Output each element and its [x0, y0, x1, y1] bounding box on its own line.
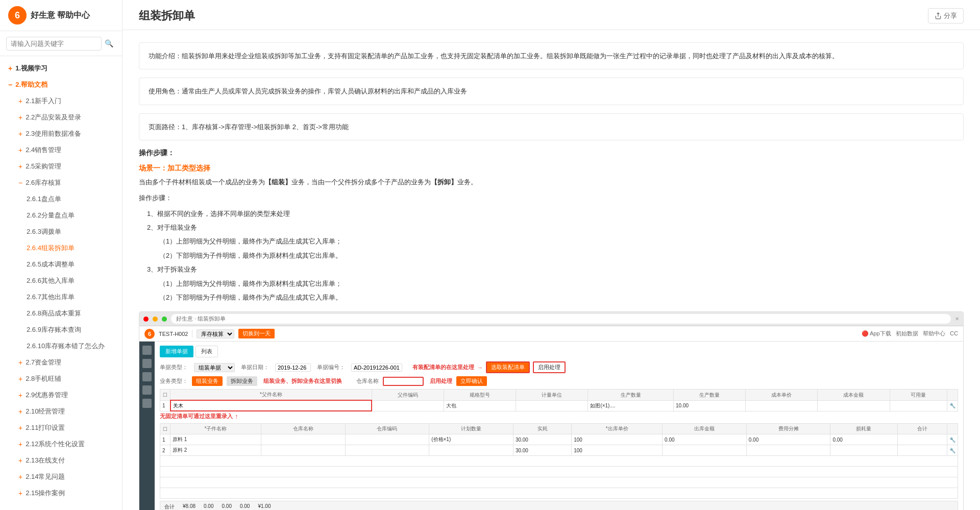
app-sidebar-icon5: [142, 399, 152, 408]
type-select[interactable]: 组装单据: [194, 363, 235, 372]
logo-text: 好生意 帮助中心: [31, 10, 90, 21]
subtype-row: 业务类型： 组装业务 拆卸业务 组装业务、拆卸业务在这里切换 仓库名称 启用处理…: [160, 376, 958, 386]
lower-col-action: [947, 424, 958, 434]
parent-name-input[interactable]: [173, 403, 370, 409]
sidebar-item-otherin[interactable]: 2.6.6其他入库单: [22, 273, 122, 289]
app-switch-btn[interactable]: 切换到一天: [238, 329, 275, 338]
sidebar: 6 好生意 帮助中心 🔍 + 1.视频学习 − 2.帮助文档 + 2.1新手入门…: [0, 0, 122, 510]
sidebar-item-stocktake[interactable]: 2.6.1盘点单: [22, 191, 122, 207]
expand-icon: +: [8, 64, 12, 72]
confirm-btn[interactable]: 立即确认: [456, 376, 487, 386]
warehouse-input[interactable]: [383, 377, 424, 386]
collapse-icon: −: [8, 81, 12, 89]
sidebar-item-assembly[interactable]: 2.6.4组装拆卸单: [22, 240, 122, 256]
date-input[interactable]: [275, 363, 311, 372]
cell-cost-price: [746, 400, 818, 411]
steps-title: 操作步骤：: [139, 192, 964, 205]
sidebar-item-costrecalc[interactable]: 2.6.8商品成本重算: [22, 305, 122, 322]
lower-table-header: ☐ *子件名称 仓库名称 仓库编码 计划数量 实耗 *出库单价 出库金额 费用分…: [160, 424, 958, 434]
lower-col-loss: 损耗量: [830, 424, 897, 434]
cell-unit: [516, 400, 588, 411]
enable-box: 启用处理: [533, 361, 566, 373]
lower-cell-wh-2: [261, 445, 345, 456]
arrow-right: →: [477, 365, 483, 371]
table-row: 1 原料 1 (价格×1) 30.00 100 0.00 0.00 0.: [160, 434, 958, 445]
search-input[interactable]: [6, 37, 102, 51]
sidebar-item-stockerr[interactable]: 2.6.10库存账本错了怎么办: [22, 338, 122, 354]
tab-list[interactable]: 列表: [195, 346, 218, 357]
lower-cell-loss-2: [830, 445, 897, 456]
col-parent-code: 父件编码: [372, 390, 444, 401]
lower-cell-share-1: 0.00: [746, 434, 830, 445]
steps-list: 1、根据不同的业务，选择不同单据的类型来处理 2、对于组装业务 （1）上部明细为…: [147, 208, 964, 304]
annot-enable2: 启用处理: [430, 377, 452, 385]
sidebar-item-inventory[interactable]: − 2.6库存核算: [14, 175, 122, 191]
app-tab-row: 新增单据 列表: [160, 346, 958, 357]
annot-no-bom-text: 无固定清单可通过这里重录入: [160, 412, 233, 420]
sidebar-item-install[interactable]: + 2.2产品安装及登录: [14, 109, 122, 126]
table-row: [160, 477, 958, 488]
sidebar-item-finance[interactable]: + 2.7资金管理: [14, 354, 122, 371]
lower-cell-outprice-2: 100: [572, 445, 663, 456]
sidebar-item-purchase[interactable]: + 2.5采购管理: [14, 158, 122, 175]
search-button[interactable]: 🔍: [102, 36, 116, 51]
disassembly-step-2: （2）下部明细为子件明细，最终作为产成品生成其它入库单。: [159, 292, 964, 303]
assembly-type-btn[interactable]: 组装业务: [192, 376, 223, 386]
sidebar-item-cases[interactable]: + 2.15操作案例: [14, 485, 122, 501]
main-content: 功能介绍：组装拆卸单用来处理企业组装或拆卸等加工业务，支持有固定装配清单的产品加…: [122, 30, 980, 510]
table-row: [160, 456, 958, 467]
lower-cell-actual-1: 30.00: [513, 434, 571, 445]
col-available: 可用量: [890, 390, 947, 401]
lower-cell-outamt-1: 0.00: [663, 434, 747, 445]
sidebar-item-coupon[interactable]: + 2.9优惠券管理: [14, 387, 122, 403]
sidebar-item-onlinepay[interactable]: + 2.13在线支付: [14, 452, 122, 469]
sidebar-item-otherout[interactable]: 2.6.7其他出库单: [22, 289, 122, 305]
scene1-title: 场景一：加工类型选择: [139, 164, 964, 173]
col-produce-qty2: 生产数量: [673, 390, 745, 401]
app-main-content: 新增单据 列表 单据类型： 组装单据 单据日期： 单据编号：: [155, 342, 963, 510]
number-input[interactable]: [351, 363, 402, 372]
tab-new[interactable]: 新增单据: [160, 346, 193, 357]
sidebar-sub-docs: + 2.1新手入门 + 2.2产品安装及登录 + 2.3使用前数据准备 + 2.…: [0, 93, 122, 501]
lower-cell-plan-1: (价格×1): [429, 434, 513, 445]
sidebar-item-costadj[interactable]: 2.6.5成本调整单: [22, 256, 122, 273]
cell-spec: 大包: [444, 400, 516, 411]
warehouse-label: 仓库名称: [356, 377, 379, 385]
sidebar-item-print[interactable]: + 2.11打印设置: [14, 420, 122, 436]
lower-col-actual: 实耗: [513, 424, 571, 434]
step-1: 1、根据不同的业务，选择不同单据的类型来处理: [147, 208, 964, 220]
sidebar-item-docs[interactable]: − 2.帮助文档: [0, 77, 122, 93]
sidebar-item-data[interactable]: + 2.3使用前数据准备: [14, 126, 122, 142]
cell-available: [890, 400, 947, 411]
sidebar-item-adjust[interactable]: 2.6.3调拨单: [22, 224, 122, 240]
select-bom-btn[interactable]: 选取装配清单: [486, 361, 530, 373]
disassembly-steps: （1）上部明细为父件明细，最终作为原材料生成其它出库单； （2）下部明细为子件明…: [159, 278, 964, 304]
sidebar-item-faq[interactable]: + 2.14常见问题: [14, 469, 122, 485]
lower-cell-action-1: 🔧: [947, 434, 958, 445]
sidebar-item-video[interactable]: + 1.视频学习: [0, 60, 122, 77]
lower-col-warehouse: 仓库名称: [261, 424, 345, 434]
sidebar-item-splitstock[interactable]: 2.6.2分量盘点单: [22, 207, 122, 224]
step-2: 2、对于组装业务: [147, 222, 964, 233]
lower-table-body: 1 原料 1 (价格×1) 30.00 100 0.00 0.00 0.: [160, 434, 958, 499]
disassembly-type-btn[interactable]: 拆卸业务: [227, 376, 257, 386]
assembly-steps: （1）上部明细为父件明细，最终作为产成品生成其它入库单； （2）下部明细为子件明…: [159, 235, 964, 261]
app-select[interactable]: 库存核算: [197, 329, 234, 338]
role-intro-block: 使用角色：通常由生产人员或库管人员完成拆装业务的操作，库管人员确认原材料的出库和…: [139, 78, 964, 105]
lower-cell-plan-2: [429, 445, 513, 456]
sidebar-item-sales[interactable]: + 2.4销售管理: [14, 142, 122, 158]
lower-col-plan-qty: 计划数量: [429, 424, 513, 434]
sidebar-item-newcomer[interactable]: + 2.1新手入门: [14, 93, 122, 109]
sidebar-item-mobile[interactable]: + 2.8手机旺辅: [14, 371, 122, 387]
table-row: [160, 488, 958, 499]
url-bar: 好生意 · 组装拆卸单: [171, 314, 951, 324]
share-button[interactable]: 分享: [928, 8, 964, 23]
sidebar-item-stockquery[interactable]: 2.6.9库存账本查询: [22, 322, 122, 338]
sidebar-item-customize[interactable]: + 2.12系统个性化设置: [14, 436, 122, 452]
sidebar-nav: + 1.视频学习 − 2.帮助文档 + 2.1新手入门 + 2.2产品安装及登录…: [0, 56, 122, 510]
divider: [192, 330, 192, 338]
upper-table-header: ☐ *父件名称 父件编码 规格型号 计量单位 生产数量 生产数量 成本单价 成本…: [160, 390, 958, 401]
type-label: 单据类型：: [160, 363, 188, 371]
sidebar-item-bizmanage[interactable]: + 2.10经营管理: [14, 403, 122, 420]
upper-table-body: 1 大包 如图(×1).... 10.00: [160, 400, 958, 411]
